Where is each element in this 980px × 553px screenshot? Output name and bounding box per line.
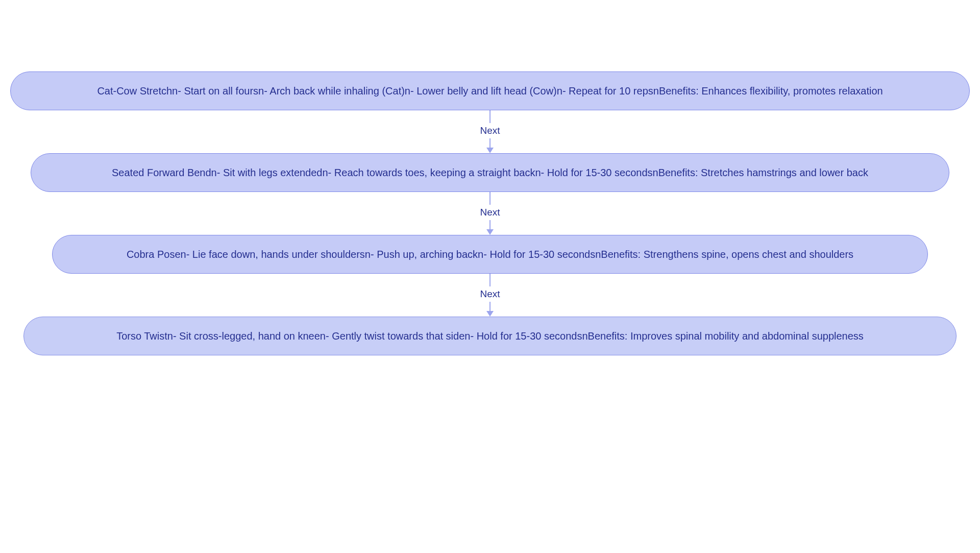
node-text: Seated Forward Bendn- Sit with legs exte… [112, 167, 868, 178]
connector-line [489, 192, 491, 205]
arrow-down-icon [486, 311, 494, 317]
connector-line [489, 302, 491, 311]
connector-line [489, 274, 491, 286]
connector-label: Next [480, 123, 500, 138]
flowchart-node-cobra-pose: Cobra Posen- Lie face down, hands under … [52, 235, 928, 274]
connector-line [489, 138, 491, 148]
arrow-down-icon [486, 148, 494, 153]
flowchart-connector: Next [8, 110, 972, 153]
connector-line [489, 110, 491, 123]
flowchart-node-torso-twist: Torso Twistn- Sit cross-legged, hand on … [23, 317, 957, 355]
arrow-down-icon [486, 229, 494, 235]
connector-line [489, 220, 491, 229]
node-text: Cat-Cow Stretchn- Start on all foursn- A… [97, 85, 883, 97]
connector-label: Next [480, 286, 500, 302]
flowchart-node-cat-cow: Cat-Cow Stretchn- Start on all foursn- A… [10, 71, 970, 110]
flowchart-connector: Next [8, 192, 972, 235]
flowchart-node-seated-forward-bend: Seated Forward Bendn- Sit with legs exte… [31, 153, 949, 192]
node-text: Cobra Posen- Lie face down, hands under … [127, 249, 853, 260]
flowchart-connector: Next [8, 274, 972, 317]
flowchart-diagram: Cat-Cow Stretchn- Start on all foursn- A… [8, 71, 972, 355]
connector-label: Next [480, 205, 500, 220]
node-text: Torso Twistn- Sit cross-legged, hand on … [116, 330, 864, 342]
